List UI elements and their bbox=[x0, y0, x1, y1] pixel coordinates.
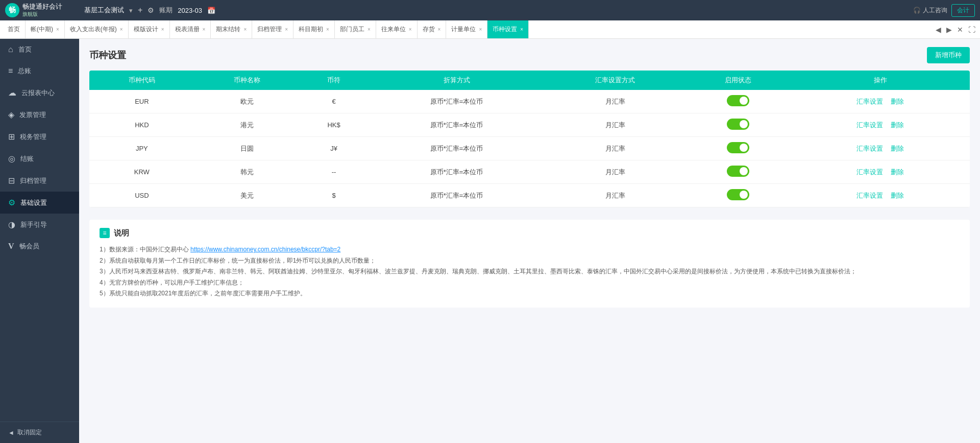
cell-calc: 原币*汇率=本位币 bbox=[369, 113, 545, 137]
desc-item: 2）系统自动获取每月第一个工作日的汇率标价，统一为直接标价法，即1外币可以兑换的… bbox=[100, 255, 960, 267]
sidebar-label-member: 畅会员 bbox=[19, 242, 39, 251]
toggle-enabled[interactable] bbox=[727, 142, 749, 153]
header-right: 🎧 人工咨询 会计 bbox=[913, 4, 975, 17]
kuaiji-button[interactable]: 会计 bbox=[951, 4, 975, 17]
tab-contact[interactable]: 往来单位 × bbox=[376, 20, 418, 39]
sidebar-item-archive[interactable]: ⊟ 归档管理 bbox=[0, 170, 79, 192]
tabs-bar: 首页 帐(中期) × 收入支出表(年报) × 模版设计 × 税表清册 × 期末结… bbox=[0, 20, 980, 39]
cell-status[interactable] bbox=[685, 90, 791, 113]
sidebar-pin-toggle[interactable]: ◄ 取消固定 bbox=[0, 422, 79, 443]
tab-unit[interactable]: 计量单位 × bbox=[446, 20, 487, 39]
pin-label: 取消固定 bbox=[17, 428, 42, 437]
tab-income[interactable]: 收入支出表(年报) × bbox=[65, 20, 129, 39]
tab-close-template[interactable]: × bbox=[161, 27, 164, 32]
cell-status[interactable] bbox=[685, 113, 791, 137]
desc-link[interactable]: https://www.chinamoney.com.cn/chinese/bk… bbox=[190, 246, 340, 253]
tab-archive[interactable]: 归档管理 × bbox=[252, 20, 293, 39]
rate-setting-link[interactable]: 汇率设置 bbox=[856, 168, 883, 176]
home-icon: ⌂ bbox=[8, 45, 13, 54]
cell-status[interactable] bbox=[685, 184, 791, 207]
toggle-enabled[interactable] bbox=[727, 166, 749, 177]
calendar-icon[interactable]: 📅 bbox=[207, 7, 215, 14]
delete-link[interactable]: 删除 bbox=[891, 145, 904, 152]
tab-close-tax[interactable]: × bbox=[203, 27, 206, 32]
col-calc: 折算方式 bbox=[369, 71, 545, 90]
sidebar-item-guide[interactable]: ◑ 新手引导 bbox=[0, 214, 79, 236]
tab-period-end[interactable]: 期末结转 × bbox=[211, 20, 252, 39]
logo-icon: 畅 bbox=[5, 3, 19, 17]
logo-sub: 旗舰版 bbox=[22, 11, 62, 18]
checkout-icon: ◎ bbox=[8, 154, 15, 164]
sidebar-item-ledger[interactable]: ≡ 总账 bbox=[0, 60, 79, 82]
delete-link[interactable]: 删除 bbox=[891, 121, 904, 129]
settings-icon[interactable]: ⚙ bbox=[148, 6, 154, 14]
toggle-enabled[interactable] bbox=[727, 95, 749, 106]
sidebar-item-member[interactable]: V 畅会员 bbox=[0, 236, 79, 257]
tab-close-subject[interactable]: × bbox=[326, 27, 329, 32]
tab-subject[interactable]: 科目期初 × bbox=[293, 20, 335, 39]
invoice-icon: ◈ bbox=[8, 110, 14, 120]
toggle-enabled[interactable] bbox=[727, 189, 749, 200]
cell-calc: 原币*汇率=本位币 bbox=[369, 137, 545, 160]
tab-department[interactable]: 部门员工 × bbox=[335, 20, 376, 39]
delete-link[interactable]: 删除 bbox=[891, 168, 904, 176]
sidebar-label-tax: 税务管理 bbox=[20, 132, 46, 142]
tab-currency[interactable]: 币种设置 × bbox=[487, 20, 529, 39]
new-currency-button[interactable]: 新增币种 bbox=[927, 47, 970, 63]
dropdown-icon[interactable]: ▾ bbox=[129, 7, 133, 14]
logo-area: 畅 畅捷通好会计 旗舰版 bbox=[5, 3, 84, 18]
tax-icon: ⊞ bbox=[8, 132, 15, 142]
delete-link[interactable]: 删除 bbox=[891, 98, 904, 105]
cell-actions: 汇率设置 删除 bbox=[791, 113, 970, 137]
table-row: KRW 韩元 -- 原币*汇率=本位币 月汇率 汇率设置 删除 bbox=[89, 160, 970, 184]
tab-close-inventory[interactable]: × bbox=[438, 27, 441, 32]
tab-close-all-icon[interactable]: ✕ bbox=[955, 25, 965, 35]
rate-setting-link[interactable]: 汇率设置 bbox=[856, 145, 883, 152]
cell-status[interactable] bbox=[685, 160, 791, 184]
col-status: 启用状态 bbox=[685, 71, 791, 90]
tab-zhangqi[interactable]: 帐(中期) × bbox=[26, 20, 65, 39]
tab-close-period-end[interactable]: × bbox=[243, 27, 247, 32]
company-name[interactable]: 基层工会测试 bbox=[84, 6, 124, 15]
desc-item: 1）数据来源：中国外汇交易中心 https://www.chinamoney.c… bbox=[100, 244, 960, 255]
sidebar-item-checkout[interactable]: ◎ 结账 bbox=[0, 148, 79, 170]
archive-icon: ⊟ bbox=[8, 176, 15, 185]
tab-tax[interactable]: 税表清册 × bbox=[170, 20, 211, 39]
rate-setting-link[interactable]: 汇率设置 bbox=[856, 121, 883, 129]
sidebar-item-reports[interactable]: ☁ 云报表中心 bbox=[0, 82, 79, 104]
sidebar-item-tax[interactable]: ⊞ 税务管理 bbox=[0, 126, 79, 148]
sidebar-item-home[interactable]: ⌂ 首页 bbox=[0, 39, 79, 60]
tab-inventory[interactable]: 存货 × bbox=[418, 20, 447, 39]
sidebar-item-invoice[interactable]: ◈ 发票管理 bbox=[0, 104, 79, 126]
tab-expand-icon[interactable]: ⛶ bbox=[966, 25, 977, 35]
desc-list: 1）数据来源：中国外汇交易中心 https://www.chinamoney.c… bbox=[100, 244, 960, 299]
tab-next-icon[interactable]: ▶ bbox=[944, 25, 954, 35]
cell-name: 韩元 bbox=[194, 160, 300, 184]
cell-name: 港元 bbox=[194, 113, 300, 137]
delete-link[interactable]: 删除 bbox=[891, 192, 904, 199]
tab-close-unit[interactable]: × bbox=[479, 27, 482, 32]
rate-setting-link[interactable]: 汇率设置 bbox=[856, 98, 883, 105]
rate-setting-link[interactable]: 汇率设置 bbox=[856, 192, 883, 199]
tab-close-archive[interactable]: × bbox=[285, 27, 288, 32]
cell-name: 日圆 bbox=[194, 137, 300, 160]
tab-prev-icon[interactable]: ◀ bbox=[934, 25, 943, 35]
add-tab-icon[interactable]: + bbox=[138, 6, 142, 15]
cell-status[interactable] bbox=[685, 137, 791, 160]
toggle-enabled[interactable] bbox=[727, 119, 749, 130]
tab-close-contact[interactable]: × bbox=[409, 27, 412, 32]
customer-service-btn[interactable]: 🎧 人工咨询 bbox=[913, 6, 947, 15]
tab-close-zhangqi[interactable]: × bbox=[56, 27, 59, 32]
period-label: 账期 bbox=[159, 6, 173, 15]
desc-title: ≡ 说明 bbox=[100, 228, 960, 238]
tab-close-department[interactable]: × bbox=[368, 27, 371, 32]
table-row: HKD 港元 HK$ 原币*汇率=本位币 月汇率 汇率设置 删除 bbox=[89, 113, 970, 137]
tab-home[interactable]: 首页 bbox=[3, 20, 26, 39]
tab-template[interactable]: 模版设计 × bbox=[129, 20, 170, 39]
sidebar-item-settings[interactable]: ⚙ 基础设置 bbox=[0, 192, 79, 214]
tab-close-currency[interactable]: × bbox=[520, 27, 523, 32]
main-layout: ⌂ 首页 ≡ 总账 ☁ 云报表中心 ◈ 发票管理 ⊞ 税务管理 ◎ 结账 ⊟ 归… bbox=[0, 39, 980, 443]
tab-close-income[interactable]: × bbox=[120, 27, 123, 32]
cell-name: 美元 bbox=[194, 184, 300, 207]
page-header: 币种设置 新增币种 bbox=[89, 47, 970, 63]
